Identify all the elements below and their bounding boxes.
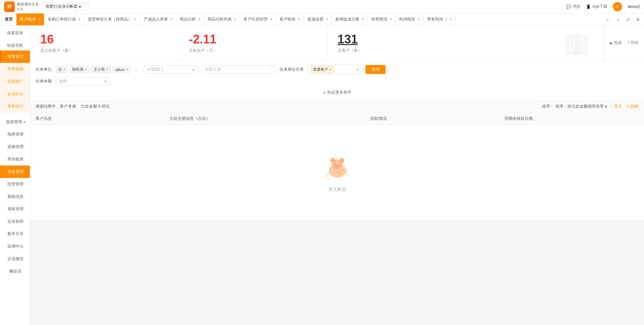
unit-filter-label: 往来单位 (36, 67, 52, 72)
close-icon[interactable]: ✕ (449, 17, 452, 21)
tab-customer-account[interactable]: 客户账本 ✕ (16, 13, 44, 26)
tab-customer-segment-label: 客户分层经营 (244, 16, 268, 22)
tenant-selector[interactable]: 母婴行业演示帐套 ▾ (42, 3, 89, 10)
close-icon[interactable]: ✕ (134, 17, 137, 21)
user-avatar[interactable]: D (613, 2, 622, 11)
tag-close-icon[interactable]: ✕ (63, 68, 66, 71)
sidebar-item-basic-info[interactable]: 基础信息 (0, 190, 30, 203)
balance-select[interactable]: 选择... ▾ (56, 77, 110, 85)
sidebar-item-enterprise-wechat[interactable]: 企业微信 (0, 253, 30, 265)
tag-close-icon[interactable]: ✕ (84, 68, 87, 71)
query-btn[interactable]: 查询 (366, 65, 386, 74)
chevron-down-icon: ▾ (79, 4, 81, 9)
sidebar-item-retail-mall[interactable]: 零售商城 (0, 63, 30, 75)
tab-new-promo[interactable]: 新增提成方案 ✕ (332, 13, 368, 26)
chevron-down-icon: ▾ (24, 120, 25, 124)
message-icon: 💬 (566, 4, 571, 9)
tab-promotion-settings[interactable]: 提成设置 ✕ (304, 13, 332, 26)
svg-point-4 (331, 158, 334, 163)
tab-product-in[interactable]: 产成品入库单 ✕ (140, 13, 176, 26)
sidebar-item-finance[interactable]: 资金管理 (0, 166, 30, 178)
app-download-btn[interactable]: 📱 App下载 (586, 4, 607, 9)
close-icon[interactable]: ✕ (417, 17, 420, 21)
refresh-btn[interactable]: ↻ 刷新 (626, 104, 639, 109)
close-icon[interactable]: ✕ (389, 17, 392, 21)
tab-purchase-order[interactable]: 采购订单统计表 ✕ (44, 13, 84, 26)
tab-home[interactable]: 首页 (1, 13, 16, 26)
tab-product-in-label: 产成品入库单 (144, 16, 168, 22)
tab-goods-analysis-list[interactable]: 商品分析列表 ✕ (204, 13, 240, 26)
chevron-down-icon: ▾ (104, 79, 106, 84)
close-icon[interactable]: ✕ (78, 17, 81, 21)
sidebar-item-member[interactable]: 畅会员 (0, 265, 30, 278)
search-result-text: 搜索结果中，客户 0 家 欠款金额 0.00元 (36, 104, 110, 109)
refresh-icon: ↻ (626, 104, 630, 109)
collapse-btn[interactable]: ∧ 收起更多条件 (323, 89, 351, 95)
balance-filter-label: 往来余额 (36, 78, 52, 84)
sidebar-item-purchase[interactable]: 采购管理 (0, 141, 30, 153)
dept-select[interactable]: 分管部门 ▾ (144, 65, 198, 74)
sidebar-item-inventory[interactable]: 库存核算 (0, 153, 30, 166)
close-icon[interactable]: ✕ (270, 17, 272, 21)
filter-tag-more[interactable]: ... (133, 67, 140, 72)
nav-tabs-controls: ‹ › ⤢ ✕ (603, 15, 643, 24)
total-customers-value[interactable]: 131 (338, 32, 594, 46)
sidebar-item-label: 电商管理 (7, 132, 24, 137)
tab-instock-stats[interactable]: 进货单统计表（按商品） ✕ (84, 13, 140, 26)
tab-customer-contact[interactable]: 客户联络 ✕ (276, 13, 304, 26)
tag-close-icon[interactable]: ✕ (106, 68, 109, 71)
tab-retail-profit[interactable]: 零售利润（ ✕ (424, 13, 456, 26)
logo-text-block: 畅捷通好生意 标版 (17, 2, 39, 11)
quick-nav-btn[interactable]: 快捷导航 (0, 41, 30, 50)
help-btn[interactable]: ? 帮助 (627, 40, 639, 46)
search-menu-btn[interactable]: 搜索菜单 (3, 28, 27, 38)
tab-goods-analysis[interactable]: 商品分析 ✕ (176, 13, 204, 26)
debt-customers-label: 总欠款客户（家） (40, 48, 168, 53)
message-btn[interactable]: 💬 消息 (566, 4, 581, 9)
close-icon[interactable]: ✕ (298, 17, 300, 21)
tabs-close-all[interactable]: ✕ (633, 15, 643, 24)
sidebar-item-wholesale[interactable]: 批发管理 ▾ (0, 116, 30, 128)
category-select[interactable]: 普通客户 ✕ ▾ (308, 65, 361, 74)
sidebar-item-retail-stats[interactable]: 零售统计 (0, 100, 30, 113)
tab-customer-segment[interactable]: 客户分层经营 ✕ (240, 13, 276, 26)
tab-promotion-settings-label: 提成设置 (307, 16, 324, 22)
tag-close-icon[interactable]: ✕ (126, 68, 128, 71)
close-icon[interactable]: ✕ (234, 17, 237, 21)
sidebar-item-enterprise-collab[interactable]: 企业协同 (0, 215, 30, 228)
tabs-scroll-left[interactable]: ‹ (603, 15, 612, 24)
tab-instock-stats-label: 进货单统计表（按商品） (88, 16, 132, 22)
help-icon: ? (627, 41, 630, 45)
filter-row-1: 往来单位 伍 ✕ 陈民强 ✕ 王小亮 (36, 65, 639, 74)
tag-close-icon[interactable]: ✕ (329, 68, 332, 71)
col-header-debt: 欠款交易信息（占比） (170, 116, 371, 121)
close-icon[interactable]: ✕ (38, 17, 41, 21)
sort-select[interactable]: 排序： 排序：按欠款金额倒序排序 ▾ (542, 104, 607, 109)
sidebar-item-app-center[interactable]: 应用中心 (0, 240, 30, 253)
close-icon[interactable]: ✕ (170, 17, 173, 21)
sidebar-item-guide[interactable]: 新手引导 (0, 228, 30, 240)
tab-customer-contact-label: 客户联络 (280, 16, 296, 22)
tabs-expand[interactable]: ⤢ (623, 15, 633, 24)
sidebar-item-operations[interactable]: 经营管理 (0, 178, 30, 190)
person-select[interactable]: 分管人员 ··· (202, 65, 275, 74)
debt-total-label: 欠款合计（万） (189, 48, 317, 53)
filter-tag-chen: 陈民强 ✕ (70, 66, 89, 73)
tabs-scroll-right[interactable]: › (613, 15, 622, 24)
tab-profit-report[interactable]: 利润报告 ✕ (396, 13, 424, 26)
sidebar-item-marketing[interactable]: 营销推广 (0, 75, 30, 88)
video-btn[interactable]: ▶ 视频 (610, 40, 622, 46)
sidebar-item-system[interactable]: 系统管理 (0, 203, 30, 215)
export-btn[interactable]: ↑ 导出 (611, 104, 622, 109)
tab-business-status[interactable]: 经营情况 ✕ (368, 13, 396, 26)
sidebar-item-member-center[interactable]: 会员中心 (0, 88, 30, 100)
close-icon[interactable]: ✕ (326, 17, 328, 21)
close-icon[interactable]: ✕ (198, 17, 201, 21)
sidebar-item-label: 零售统计 (7, 104, 24, 109)
sidebar-item-retail-management[interactable]: 零售管理 (0, 50, 30, 63)
sidebar-item-label: 畅会员 (9, 269, 22, 274)
tag-text: 陈民强 (72, 67, 83, 72)
sidebar-item-label: 零售商城 (7, 67, 24, 71)
close-icon[interactable]: ✕ (361, 17, 364, 21)
sidebar-item-ecommerce[interactable]: 电商管理 (0, 128, 30, 141)
